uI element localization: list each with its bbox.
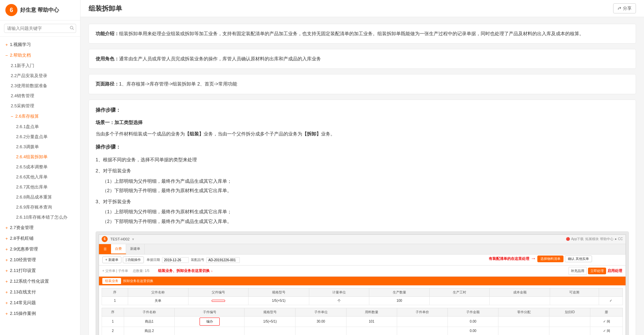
sidebar-item-2-6-5-label: 2.6.5成本调整单 xyxy=(16,164,48,169)
mock-add-btn[interactable]: + 新建单 xyxy=(102,257,121,263)
annotation3-container: 补充品用 立即处理 启用处理 xyxy=(569,267,622,275)
mock-nav-icon: ☰ xyxy=(99,244,111,254)
mock-child-name2: 商品 2 xyxy=(124,327,174,335)
sidebar-item-2-8[interactable]: + 2.8手机旺铺 xyxy=(0,233,80,244)
mock-child-unit1: 30.00 xyxy=(296,317,346,327)
mock-child-code2 xyxy=(174,327,244,335)
mock-select-bom-btn[interactable]: 选择物料清单 xyxy=(537,256,564,262)
mock-date-input[interactable] xyxy=(162,257,189,263)
content-area: 功能介绍：组装拆卸单用来处理企业组装或拆卸等加工业务，支持有固定装配清单的产品加… xyxy=(80,17,644,335)
mock-td-trace-val xyxy=(550,297,599,305)
mock-th-child-price: 子件单价 xyxy=(397,308,447,317)
step3: 3、对于拆装业务 xyxy=(96,197,629,206)
search-input[interactable] xyxy=(4,24,76,33)
mock-type-btn[interactable]: 组装业务 xyxy=(102,278,121,284)
sidebar-item-2-4[interactable]: 2.4销售管理 xyxy=(0,91,80,101)
sidebar-item-2-6-5[interactable]: 2.6.5成本调整单 xyxy=(0,162,80,172)
sidebar-item-2-6-4-label: 2.6.4组装拆卸单 xyxy=(16,154,48,159)
share-button[interactable]: 分享 xyxy=(613,3,636,13)
search-button[interactable] xyxy=(70,26,74,31)
mock-td-spec: 1/5(+5/1) xyxy=(249,297,309,305)
sidebar-item-2-6-2[interactable]: 2.6.2分量盘点单 xyxy=(0,132,80,142)
page-title: 组装拆卸单 xyxy=(89,4,122,13)
sidebar-item-2-6-3[interactable]: 2.6.3调拨单 xyxy=(0,142,80,152)
share-icon xyxy=(618,6,622,10)
mock-th-seq2: 序 xyxy=(102,308,124,317)
mock-th-part-alloc: 零件分配 xyxy=(498,308,549,317)
sidebar-item-1[interactable]: + 1.视频学习 xyxy=(0,39,80,50)
topbar: 组装拆卸单 分享 xyxy=(80,0,644,17)
ops-steps-label: 操作步骤： xyxy=(96,105,629,114)
sidebar-item-2-10[interactable]: + 2.10经营管理 xyxy=(0,255,80,265)
brand-name: 好生意 帮助中心 xyxy=(20,7,59,14)
expand-icon-2-13: + xyxy=(5,290,8,295)
expand-icon-2-11: + xyxy=(5,268,8,273)
annotation2-container: 组装业务、拆卸业务在这里切换 ↓ xyxy=(158,268,213,274)
expand-icon-2-10: + xyxy=(5,258,8,263)
nav-list: + 1.视频学习 − 2.帮助文档 2.1新手入门 2.2产品安装及登录 2.3… xyxy=(0,37,80,335)
sidebar-item-2-15-label: 2.15操作案例 xyxy=(10,311,36,317)
sidebar-item-2-6-6[interactable]: 2.6.6其他入库单 xyxy=(0,172,80,182)
mock-tab-2[interactable]: 新建单 xyxy=(126,244,145,254)
sidebar-item-2-7-label: 2.7资金管理 xyxy=(10,225,34,231)
sidebar-item-2-1[interactable]: 2.1新手入门 xyxy=(0,61,80,71)
sidebar-item-2-6-10[interactable]: 2.6.10库存账本错了怎么办 xyxy=(0,212,80,222)
sidebar-item-2-6-4[interactable]: 2.6.4组装拆卸单 xyxy=(0,152,80,162)
sidebar-item-2-6-8[interactable]: 2.6.8商品成本重算 xyxy=(0,192,80,202)
sidebar-item-2-7[interactable]: + 2.7资金管理 xyxy=(0,222,80,233)
mock-td-qty-val: 100 xyxy=(369,297,430,305)
sidebar-item-2-10-label: 2.10经营管理 xyxy=(10,257,36,263)
sidebar-item-2-6-8-label: 2.6.8商品成本重算 xyxy=(16,194,52,200)
mock-code-input[interactable] xyxy=(206,257,240,263)
sidebar-item-2-14[interactable]: + 2.14常见问题 xyxy=(0,297,80,308)
sidebar-item-2-15[interactable]: + 2.15操作案例 xyxy=(0,308,80,319)
mock-th-parent-code: 父件编号 xyxy=(188,288,249,297)
sidebar-item-2-6-7[interactable]: 2.6.7其他出库单 xyxy=(0,182,80,192)
mock-save-btn[interactable]: | 功能操作 xyxy=(123,257,144,263)
mock-form-code-label: 装配品号 xyxy=(191,257,204,263)
mock-child-name1: 商品1 xyxy=(124,317,174,327)
mock-th-unit: 计量单位 xyxy=(309,288,369,297)
step2-sub1: （1）上部明细为父件明细，最终作为产成品生成其它入库单； xyxy=(96,177,629,186)
mock-tab-1[interactable]: 自费 xyxy=(111,244,126,254)
sidebar-item-2-6[interactable]: − 2.6库存核算 xyxy=(0,111,80,122)
path-label: 页面路径： xyxy=(96,81,119,87)
mock-child-id1 xyxy=(549,317,590,327)
role-text: 通常由生产人员或库管人员完成拆装业务的操作，库管人员确认原材料的出库和产成品的入… xyxy=(119,56,321,61)
share-label: 分享 xyxy=(623,5,632,11)
mock-td-parent-name: 关单 xyxy=(128,297,188,305)
mock-apply-btn[interactable]: 立即处理 xyxy=(588,268,606,274)
mock-type-row: 组装业务 拆卸业务在这里切换 xyxy=(99,277,626,285)
mock-td-seq: 1 xyxy=(102,297,128,305)
mock-child-seq2: 2 xyxy=(102,327,124,335)
sidebar-item-2-5[interactable]: 2.5采购管理 xyxy=(0,101,80,111)
sidebar-item-2-3-label: 2.3使用前数据准备 xyxy=(11,83,47,88)
mock-ops-btn[interactable]: 确认 其他实单 xyxy=(565,256,592,262)
sidebar-item-2-2[interactable]: 2.2产品安装及登录 xyxy=(0,71,80,81)
sidebar-item-1-label: 1.视频学习 xyxy=(10,42,31,48)
sidebar-item-2[interactable]: − 2.帮助文档 xyxy=(0,50,80,61)
annotation1-text: 有装配清单的在这里处理 xyxy=(489,256,529,262)
expand-icon-2-9: + xyxy=(5,247,8,252)
sidebar-item-2-11[interactable]: + 2.11打印设置 xyxy=(0,265,80,276)
mock-child-code-cell1[interactable]: 编办 xyxy=(200,318,220,326)
mock-th-trace: 可追溯 xyxy=(550,288,599,297)
sidebar-item-2-6-1[interactable]: 2.6.1盘点单 xyxy=(0,122,80,132)
sidebar-item-2-13[interactable]: + 2.13在线支付 xyxy=(0,287,80,297)
sidebar-item-2-9[interactable]: + 2.9优惠券管理 xyxy=(0,244,80,255)
mock-sub-label1: + 父件单 | 子件单 xyxy=(102,268,128,274)
mock-child-mq1: 101 xyxy=(346,317,397,327)
mock-code-cell[interactable] xyxy=(212,300,225,302)
annotation2-text: 组装业务、拆卸业务在这里切换 xyxy=(158,268,210,274)
mock-logo: 6 xyxy=(102,236,108,242)
mock-upper-table-area: 序 父件名称 父件编号 规格型号 计量单位 生产数量 生产工时 成本金额 可追溯 xyxy=(99,285,626,306)
mock-child-action2: ✓ 间 xyxy=(590,327,623,335)
mock-child-spec2 xyxy=(245,327,296,335)
mock-th-spec: 规格型号 xyxy=(249,288,309,297)
sidebar-item-2-12[interactable]: + 2.12系统个性化设置 xyxy=(0,276,80,287)
sidebar-item-2-13-label: 2.13在线支付 xyxy=(10,289,36,295)
sidebar-item-2-3[interactable]: 2.3使用前数据准备 xyxy=(0,81,80,91)
sidebar-item-2-2-label: 2.2产品安装及登录 xyxy=(11,73,47,78)
mock-child-id2 xyxy=(549,327,590,335)
sidebar-item-2-6-9[interactable]: 2.6.9库存账本查询 xyxy=(0,202,80,212)
